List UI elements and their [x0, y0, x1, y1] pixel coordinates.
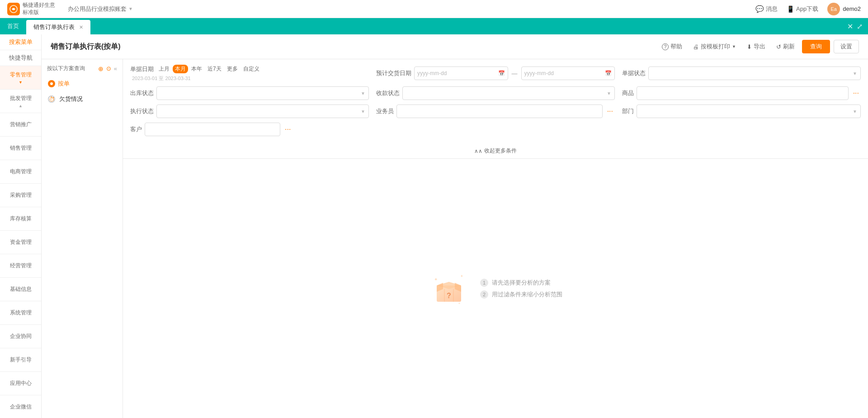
template-print-label: 按模板打印	[701, 43, 730, 51]
dept-select[interactable]	[637, 104, 861, 118]
chevron-up-icon: ▲	[19, 104, 23, 108]
refresh-button[interactable]: ↺ 刷新	[773, 41, 798, 52]
empty-state-content: ? ✦ ✦ ✦ 1 请先选择要分析的方案	[429, 268, 562, 309]
tab-sales-order[interactable]: 销售订单执行表 ✕	[26, 20, 90, 34]
sidebar-search-menu[interactable]: 搜索菜单	[0, 34, 41, 50]
message-button[interactable]: 💬 消息	[755, 5, 778, 13]
sidebar-item-operations-label: 经营管理	[10, 262, 32, 270]
breadcrumb[interactable]: 办公用品行业模拟账套 ▼	[68, 5, 133, 13]
sidebar-item-sales[interactable]: 销售管理	[0, 137, 41, 160]
expand-tab-button[interactable]: ⤢	[857, 22, 863, 31]
shortcut-custom[interactable]: 自定义	[241, 65, 262, 73]
empty-tip-1: 1 请先选择要分析的方案	[480, 279, 562, 287]
sidebar-item-purchase[interactable]: 采购管理	[0, 184, 41, 207]
sidebar-item-ecommerce[interactable]: 电商管理	[0, 160, 41, 184]
receipt-status-select[interactable]	[402, 86, 615, 100]
avatar-initials: Ea	[831, 6, 837, 12]
add-scheme-icon[interactable]: ⊕	[98, 65, 104, 72]
salesperson-input[interactable]	[396, 104, 603, 118]
calendar-from-icon[interactable]: 📅	[498, 70, 505, 76]
manage-scheme-icon[interactable]: ⊙	[106, 65, 111, 72]
sidebar-item-operations[interactable]: 经营管理	[0, 254, 41, 278]
sidebar-item-marketing[interactable]: 营销推广	[0, 113, 41, 137]
sidebar-item-wholesale[interactable]: 批发管理 ▲	[0, 90, 41, 113]
outbound-status-select[interactable]	[156, 86, 369, 100]
tab-close-icon[interactable]: ✕	[79, 24, 83, 30]
help-icon: ?	[662, 43, 669, 50]
filter-panel: 单据日期 上月 本月 本年 近7天 更多 自定义	[123, 59, 868, 159]
user-info[interactable]: Ea demo2	[827, 3, 861, 15]
tab-home[interactable]: 首页	[0, 18, 26, 34]
sidebar-item-collaboration[interactable]: 企业协同	[0, 325, 41, 348]
sidebar-item-basic-info[interactable]: 基础信息	[0, 278, 41, 301]
sidebar-item-guide[interactable]: 新手引导	[0, 348, 41, 372]
top-header: 畅捷通好生意 标准版 办公用品行业模拟账套 ▼ 💬 消息 📱 App下载 Ea …	[0, 0, 868, 18]
sidebar-item-wechat[interactable]: 企业微信	[0, 395, 41, 418]
template-print-button[interactable]: 🖨 按模板打印 ▼	[689, 41, 740, 52]
sidebar-item-system[interactable]: 系统管理	[0, 301, 41, 325]
salesperson-input-wrapper	[396, 104, 603, 118]
goods-more-icon[interactable]: ···	[851, 89, 861, 97]
doc-status-select[interactable]	[648, 66, 861, 80]
tip-text-1: 请先选择要分析的方案	[492, 279, 551, 287]
outbound-status-label: 出库状态	[130, 89, 154, 97]
shortcut-this-year[interactable]: 本年	[189, 65, 204, 73]
goods-input[interactable]	[637, 86, 849, 100]
forecast-date-to-input[interactable]	[524, 67, 605, 80]
filter-option-by-order[interactable]: 按单	[42, 76, 123, 91]
sidebar-quick-nav[interactable]: 快捷导航	[0, 50, 41, 66]
sidebar-item-app-center-label: 应用中心	[10, 380, 32, 387]
tab-bar-actions: ✕ ⤢	[847, 22, 868, 31]
radio-filled-icon	[48, 80, 55, 87]
salesperson-more-icon[interactable]: ···	[605, 107, 615, 115]
search-button[interactable]: 查询	[802, 40, 830, 53]
date-shortcuts: 上月 本月 本年 近7天 更多 自定义	[156, 65, 262, 73]
customer-input[interactable]	[145, 123, 280, 136]
shortcut-7days[interactable]: 近7天	[205, 65, 224, 73]
sidebar-item-finance[interactable]: 资金管理	[0, 231, 41, 254]
breadcrumb-arrow-icon: ▼	[128, 6, 133, 11]
filter-sidebar-header: 按以下方案查询 ⊕ ⊙ «	[42, 65, 123, 76]
help-button[interactable]: ? 帮助	[658, 41, 686, 52]
empty-icon: ? ✦ ✦ ✦	[429, 268, 469, 309]
print-icon: 🖨	[693, 43, 699, 50]
sidebar-item-inventory-label: 库存核算	[10, 215, 32, 223]
right-panel: 单据日期 上月 本月 本年 近7天 更多 自定义	[123, 59, 868, 418]
page-header-actions: ? 帮助 🖨 按模板打印 ▼ ⬇ 导出 ↺ 刷新	[658, 40, 859, 53]
sidebar-item-marketing-label: 营销推广	[10, 121, 32, 128]
date-dash: —	[512, 70, 518, 77]
sidebar-item-collaboration-label: 企业协同	[10, 332, 32, 340]
username-label: demo2	[843, 5, 861, 12]
date-group: 单据日期 上月 本月 本年 近7天 更多 自定义	[130, 65, 369, 82]
app-download-button[interactable]: 📱 App下载	[787, 5, 818, 13]
salesperson-label: 业务员	[376, 107, 394, 115]
shortcut-last-month[interactable]: 上月	[156, 65, 172, 73]
help-label: 帮助	[670, 43, 682, 51]
sidebar-item-app-center[interactable]: 应用中心	[0, 372, 41, 395]
customer-more-icon[interactable]: ···	[283, 125, 292, 133]
sidebar-item-inventory[interactable]: 库存核算	[0, 207, 41, 231]
collapse-sidebar-icon[interactable]: «	[114, 65, 117, 72]
doc-status-select-wrapper: ▼	[648, 66, 861, 80]
customer-group: 客户 ···	[130, 123, 292, 136]
collapse-button[interactable]: ∧∧ 收起更多条件	[123, 143, 868, 158]
forecast-date-label: 预计交货日期	[376, 69, 411, 77]
svg-text:✦: ✦	[458, 302, 461, 305]
forecast-date-from-input[interactable]	[417, 67, 498, 80]
dept-select-wrapper: ▼	[637, 104, 861, 118]
calendar-to-icon[interactable]: 📅	[605, 70, 612, 76]
message-icon: 💬	[755, 5, 764, 13]
filter-option-backorder[interactable]: ⏱ 欠货情况	[42, 91, 123, 107]
doc-status-group: 单据状态 ▼	[622, 65, 861, 82]
shortcut-this-month[interactable]: 本月	[173, 65, 188, 73]
print-dropdown-icon: ▼	[732, 44, 736, 49]
exec-status-select[interactable]	[156, 104, 369, 118]
close-all-tabs-button[interactable]: ✕	[847, 22, 853, 31]
export-button[interactable]: ⬇ 导出	[743, 41, 769, 52]
tab-sales-order-label: 销售订单执行表	[33, 23, 75, 31]
empty-state: ? ✦ ✦ ✦ 1 请先选择要分析的方案	[123, 159, 868, 418]
shortcut-more[interactable]: 更多	[225, 65, 240, 73]
settings-button[interactable]: 设置	[834, 40, 859, 53]
sidebar-item-retail[interactable]: 零售管理 ▼	[0, 66, 41, 90]
filter-option-by-order-label: 按单	[58, 80, 70, 88]
